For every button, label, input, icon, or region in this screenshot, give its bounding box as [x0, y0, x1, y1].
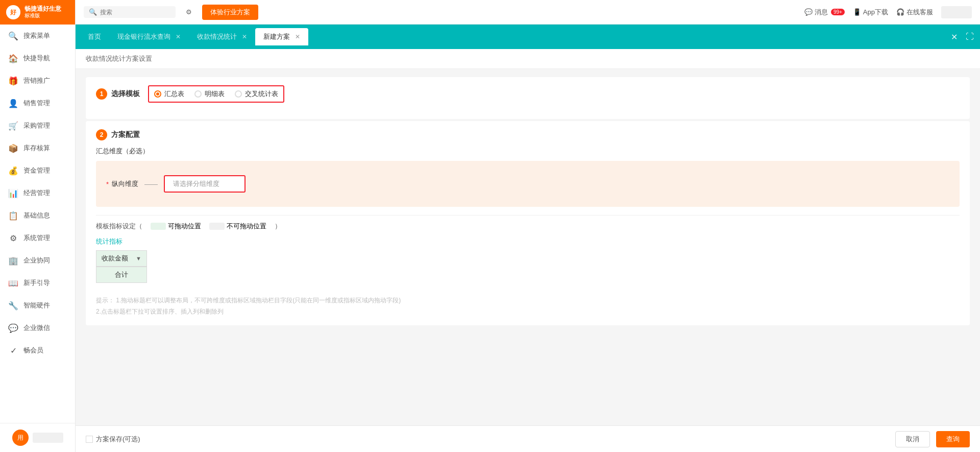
save-checkbox[interactable] — [86, 436, 93, 443]
radio-cross[interactable]: 交叉统计表 — [235, 89, 278, 99]
bottom-bar: 方案保存(可选) 取消 查询 — [76, 425, 980, 452]
user-name — [33, 433, 63, 443]
nodrag-indicator — [209, 223, 225, 230]
radio-detail-btn[interactable] — [194, 90, 202, 98]
metrics-table: 收款金额 ▼ 合计 — [96, 250, 960, 283]
settings-icon[interactable]: ⚙ — [182, 5, 196, 19]
close-tab-new-plan[interactable]: ✕ — [295, 33, 300, 40]
vertical-label: 纵向维度 — [112, 179, 138, 188]
sidebar-item-label: 企业微信 — [23, 323, 50, 332]
sidebar-item-capital[interactable]: 💰 资金管理 — [0, 159, 75, 182]
download-btn[interactable]: 📱 App下载 — [853, 8, 888, 17]
sidebar-item-label: 销售管理 — [23, 99, 50, 108]
sidebar-item-label: 采购管理 — [23, 121, 50, 130]
search-icon: 🔍 — [8, 31, 18, 41]
sidebar-item-marketing[interactable]: 🎁 营销推广 — [0, 69, 75, 92]
logo-icon: 好 — [6, 5, 20, 19]
sidebar-item-label: 系统管理 — [23, 233, 50, 243]
arrow-indicator: —— — [144, 180, 158, 188]
sidebar-item-guide[interactable]: 📖 新手引导 — [0, 272, 75, 294]
sidebar-item-sales[interactable]: 👤 销售管理 — [0, 92, 75, 114]
chevron-down-icon: ▼ — [136, 255, 141, 261]
box-icon: 📦 — [8, 143, 18, 153]
sidebar-item-label: 经营管理 — [23, 188, 50, 198]
sidebar-item-enterprise[interactable]: 🏢 企业协同 — [0, 249, 75, 272]
topbar-right: 💬 消息 99+ 📱 App下载 🎧 在线客服 — [804, 6, 972, 18]
hint-line-1: 提示： 1.拖动标题栏可以调整布局，不可跨维度或指标区域拖动栏目字段(只能在同一… — [96, 295, 960, 306]
main-area: 🔍 ⚙ 体验行业方案 💬 消息 99+ 📱 App下载 🎧 在线客服 首页 — [76, 0, 980, 452]
radio-cross-btn[interactable] — [235, 90, 242, 98]
close-tab-collection[interactable]: ✕ — [242, 33, 247, 40]
close-window-btn[interactable]: ✕ — [949, 30, 960, 44]
sidebar-item-operation[interactable]: 📊 经营管理 — [0, 182, 75, 204]
sidebar-item-smart-hw[interactable]: 🔧 智能硬件 — [0, 294, 75, 317]
sidebar-item-label: 畅会员 — [23, 346, 43, 355]
sidebar-item-label: 基础信息 — [23, 211, 50, 220]
topbar: 🔍 ⚙ 体验行业方案 💬 消息 99+ 📱 App下载 🎧 在线客服 — [76, 0, 980, 25]
group-dimension-select[interactable]: 请选择分组维度 — [164, 175, 246, 193]
sidebar: 好 畅捷通好生意 标准版 🔍 搜索菜单 🏠 快捷导航 🎁 营销推广 👤 销售管理… — [0, 0, 76, 452]
tab-collection-stats[interactable]: 收款情况统计 ✕ — [189, 28, 255, 45]
step1-row: 1 选择模板 汇总表 明细表 交叉统计表 — [96, 85, 960, 103]
tabbar-controls: ✕ ⛶ — [949, 30, 976, 44]
message-icon: 💬 — [804, 8, 813, 16]
metrics-row-cell: 合计 — [96, 267, 147, 283]
step1-num: 1 — [96, 88, 107, 100]
user-info[interactable] — [941, 6, 972, 18]
search-input[interactable] — [100, 9, 161, 16]
building-icon: 🏢 — [8, 255, 18, 266]
content-area: 收款情况统计方案设置 1 选择模板 汇总表 明细表 — [76, 49, 980, 452]
home-icon: 🏠 — [8, 53, 18, 63]
trial-btn[interactable]: 体验行业方案 — [202, 5, 258, 20]
clipboard-icon: 📋 — [8, 210, 18, 221]
sidebar-item-label: 搜索菜单 — [23, 31, 50, 40]
tabbar: 首页 现金银行流水查询 ✕ 收款情况统计 ✕ 新建方案 ✕ ✕ ⛶ — [76, 25, 980, 49]
dimension-section-title: 汇总维度（必选） — [96, 147, 960, 156]
logo-sub: 标准版 — [24, 12, 61, 19]
sidebar-item-system[interactable]: ⚙ 系统管理 — [0, 227, 75, 249]
service-btn[interactable]: 🎧 在线客服 — [896, 8, 933, 17]
avatar[interactable]: 用 — [12, 430, 29, 446]
tab-new-plan[interactable]: 新建方案 ✕ — [255, 28, 308, 45]
dimension-area: * 纵向维度 —— 请选择分组维度 — [96, 161, 960, 207]
metrics-config-label: 模板指标设定（ — [96, 222, 142, 231]
sidebar-item-label: 智能硬件 — [23, 301, 50, 310]
step1-title: 选择模板 — [111, 89, 140, 99]
legend-nodrag: 不可拖动位置 — [209, 222, 266, 231]
search-box[interactable]: 🔍 — [84, 6, 176, 18]
sidebar-item-corp-wechat[interactable]: 💬 企业微信 — [0, 317, 75, 339]
template-options-outline: 汇总表 明细表 交叉统计表 — [148, 85, 284, 103]
metrics-header-cell[interactable]: 收款金额 ▼ — [96, 250, 147, 267]
save-option-row: 方案保存(可选) — [86, 435, 140, 444]
content-body: 1 选择模板 汇总表 明细表 交叉统计表 — [76, 69, 980, 425]
maximize-btn[interactable]: ⛶ — [964, 30, 976, 43]
sidebar-item-label: 库存核算 — [23, 144, 50, 153]
chat-icon: 💬 — [8, 323, 18, 333]
sidebar-item-purchase[interactable]: 🛒 采购管理 — [0, 114, 75, 137]
sidebar-item-search[interactable]: 🔍 搜索菜单 — [0, 25, 75, 47]
sidebar-item-base-info[interactable]: 📋 基础信息 — [0, 204, 75, 227]
metrics-config: 模板指标设定（ 可拖动位置 不可拖动位置 ） 统计指标 — [96, 215, 960, 283]
close-tab-cash-bank[interactable]: ✕ — [176, 33, 181, 40]
radio-summary-btn[interactable] — [154, 90, 161, 98]
tab-cash-bank[interactable]: 现金银行流水查询 ✕ — [109, 28, 189, 45]
tab-home[interactable]: 首页 — [80, 28, 109, 45]
sidebar-item-quick-nav[interactable]: 🏠 快捷导航 — [0, 47, 75, 69]
messages-btn[interactable]: 💬 消息 99+ — [804, 8, 845, 17]
step2-section: 2 方案配置 汇总维度（必选） * 纵向维度 —— 请选择分组维度 模板指标设定… — [86, 121, 970, 325]
step2-num: 2 — [96, 129, 107, 140]
radio-summary[interactable]: 汇总表 — [154, 89, 184, 99]
sidebar-item-label: 快捷导航 — [23, 54, 50, 63]
metrics-col: 收款金额 ▼ 合计 — [96, 250, 147, 283]
sidebar-item-inventory[interactable]: 📦 库存核算 — [0, 137, 75, 159]
search-icon: 🔍 — [89, 8, 97, 16]
sidebar-logo: 好 畅捷通好生意 标准版 — [0, 0, 75, 25]
query-button[interactable]: 查询 — [936, 431, 970, 447]
hints-section: 提示： 1.拖动标题栏可以调整布局，不可跨维度或指标区域拖动栏目字段(只能在同一… — [96, 291, 960, 317]
member-icon: ✓ — [8, 345, 18, 355]
service-icon: 🎧 — [896, 8, 904, 16]
sidebar-item-label: 新手引导 — [23, 278, 50, 288]
cancel-button[interactable]: 取消 — [895, 431, 930, 447]
sidebar-item-member[interactable]: ✓ 畅会员 — [0, 339, 75, 362]
radio-detail[interactable]: 明细表 — [194, 89, 225, 99]
